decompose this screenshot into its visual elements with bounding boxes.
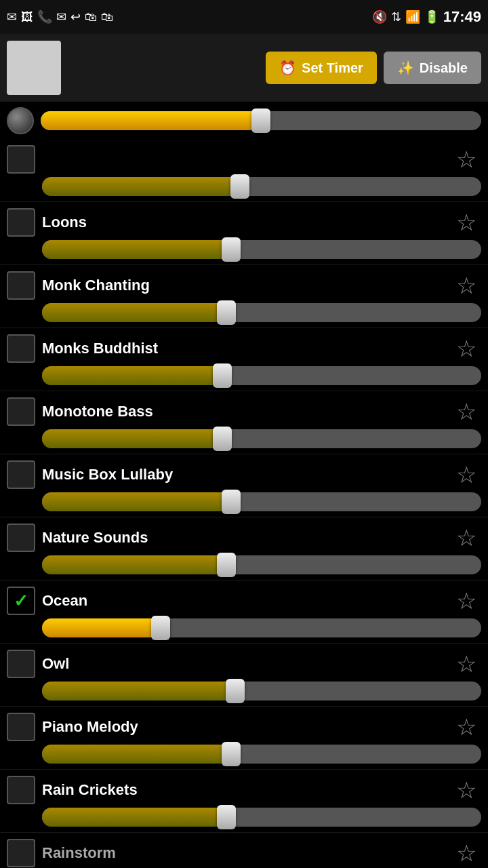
- sound-item-row: Monk Chanting ☆: [0, 271, 488, 300]
- favorite-button[interactable]: ☆: [451, 208, 481, 237]
- sound-item-row: Rainstorm ☆: [0, 838, 488, 868]
- app-logo: [7, 41, 61, 95]
- sound-checkbox[interactable]: [7, 524, 35, 552]
- sound-slider-fill: [42, 808, 226, 827]
- sound-slider-thumb[interactable]: [151, 616, 170, 640]
- star-icon: ☆: [456, 398, 476, 425]
- list-item: Monotone Bass ☆: [0, 391, 488, 454]
- star-icon: ☆: [456, 461, 476, 488]
- sound-slider-thumb[interactable]: [213, 427, 232, 451]
- sound-checkbox[interactable]: [7, 397, 35, 426]
- favorite-button[interactable]: ☆: [451, 775, 481, 805]
- sync-icon: ↩: [70, 9, 81, 24]
- sound-checkbox[interactable]: ✓: [7, 587, 35, 615]
- list-item: Music Box Lullaby ☆: [0, 454, 488, 517]
- list-item: Monk Chanting ☆: [0, 265, 488, 328]
- sound-slider-row: [0, 429, 488, 448]
- favorite-button[interactable]: ☆: [451, 397, 481, 427]
- sound-slider[interactable]: [42, 366, 481, 385]
- sound-slider-row: [0, 240, 488, 259]
- checkmark-icon: ✓: [14, 591, 28, 612]
- favorite-button[interactable]: ☆: [451, 649, 481, 679]
- sound-slider-fill: [42, 429, 222, 448]
- sound-slider-fill: [42, 303, 226, 322]
- sound-name: Nature Sounds: [42, 529, 445, 547]
- sound-checkbox[interactable]: [7, 145, 35, 174]
- favorite-button[interactable]: ☆: [451, 586, 481, 616]
- sound-name: Owl: [42, 655, 445, 673]
- sound-checkbox[interactable]: [7, 776, 35, 804]
- sound-slider-thumb[interactable]: [230, 174, 249, 199]
- sound-slider[interactable]: [42, 240, 481, 259]
- disable-label: Disable: [420, 60, 468, 76]
- image-icon: 🖼: [21, 10, 33, 24]
- sound-slider-row: [0, 618, 488, 637]
- sound-item-row: Piano Melody ☆: [0, 712, 488, 742]
- sound-slider-row: [0, 177, 488, 196]
- favorite-button[interactable]: ☆: [451, 271, 481, 300]
- sound-checkbox[interactable]: [7, 713, 35, 741]
- sound-checkbox[interactable]: [7, 334, 35, 363]
- star-icon: ☆: [456, 776, 476, 804]
- favorite-button[interactable]: ☆: [451, 460, 481, 490]
- sound-slider[interactable]: [42, 177, 481, 196]
- master-slider[interactable]: [41, 111, 481, 130]
- master-knob[interactable]: [7, 107, 34, 134]
- sound-slider[interactable]: [42, 555, 481, 574]
- favorite-button[interactable]: ☆: [451, 838, 481, 868]
- sound-slider-thumb[interactable]: [222, 237, 241, 262]
- sound-checkbox[interactable]: [7, 208, 35, 237]
- set-timer-button[interactable]: ⏰ Set Timer: [266, 52, 377, 84]
- sound-checkbox[interactable]: [7, 650, 35, 678]
- top-buttons: ⏰ Set Timer ✨ Disable: [68, 52, 481, 84]
- star-icon: ☆: [456, 335, 476, 362]
- star-icon: ☆: [456, 146, 476, 173]
- sound-list: ☆ Loons ☆ Monk Chanti: [0, 139, 488, 868]
- sound-slider-thumb[interactable]: [217, 805, 236, 829]
- list-item: Loons ☆: [0, 202, 488, 265]
- timer-label: Set Timer: [302, 60, 363, 76]
- sound-slider[interactable]: [42, 745, 481, 764]
- sound-item-row: Monks Buddhist ☆: [0, 334, 488, 363]
- list-item: Owl ☆: [0, 644, 488, 707]
- sound-name: Monotone Bass: [42, 403, 445, 420]
- favorite-button[interactable]: ☆: [451, 712, 481, 742]
- top-bar: ⏰ Set Timer ✨ Disable: [0, 34, 488, 102]
- sound-name: Music Box Lullaby: [42, 466, 445, 484]
- sound-slider-thumb[interactable]: [213, 363, 232, 388]
- sound-item-row: Monotone Bass ☆: [0, 397, 488, 427]
- sound-slider[interactable]: [42, 303, 481, 322]
- sound-slider[interactable]: [42, 429, 481, 448]
- list-item: ☆: [0, 139, 488, 202]
- sound-slider[interactable]: [42, 682, 481, 701]
- sound-checkbox[interactable]: [7, 460, 35, 489]
- sound-slider-thumb[interactable]: [217, 300, 236, 325]
- master-slider-fill: [41, 111, 261, 130]
- sound-slider-fill: [42, 618, 161, 637]
- favorite-button[interactable]: ☆: [451, 334, 481, 363]
- sound-item-row: ☆: [0, 144, 488, 174]
- favorite-button[interactable]: ☆: [451, 523, 481, 553]
- disable-icon: ✨: [397, 60, 414, 76]
- star-icon: ☆: [456, 713, 476, 741]
- sound-slider-fill: [42, 745, 231, 764]
- sound-checkbox[interactable]: [7, 839, 35, 867]
- master-slider-thumb[interactable]: [251, 108, 270, 133]
- sound-item-row: ✓ Ocean ☆: [0, 586, 488, 616]
- star-icon: ☆: [456, 840, 476, 867]
- sound-slider-thumb[interactable]: [217, 553, 236, 577]
- sound-checkbox[interactable]: [7, 271, 35, 300]
- sound-slider-thumb[interactable]: [222, 490, 241, 514]
- sound-slider[interactable]: [42, 808, 481, 827]
- data-icon: ⇅: [391, 9, 401, 24]
- disable-button[interactable]: ✨ Disable: [384, 52, 481, 84]
- sound-slider-thumb[interactable]: [226, 679, 245, 703]
- sound-slider-row: [0, 303, 488, 322]
- favorite-button[interactable]: ☆: [451, 144, 481, 174]
- sound-slider[interactable]: [42, 492, 481, 511]
- list-item: Piano Melody ☆: [0, 707, 488, 770]
- sound-slider-thumb[interactable]: [222, 742, 241, 766]
- sound-slider[interactable]: [42, 618, 481, 637]
- list-item: ✓ Ocean ☆: [0, 580, 488, 644]
- sound-name: Monk Chanting: [42, 277, 445, 294]
